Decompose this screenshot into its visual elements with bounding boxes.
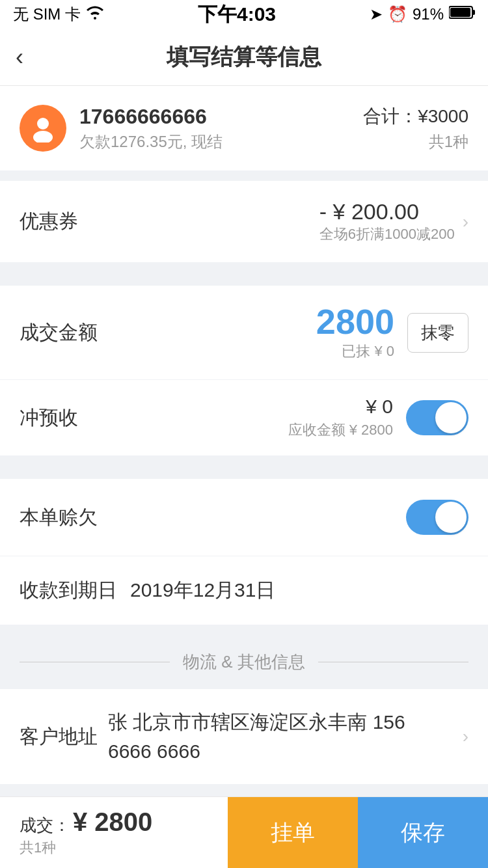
- prepaid-toggle[interactable]: [406, 400, 468, 435]
- logistics-line-left: [20, 662, 170, 662]
- debt-toggle[interactable]: [406, 500, 468, 535]
- address-chevron-icon: ›: [463, 726, 468, 747]
- amount-value-block: 2800 已抹 ¥ 0: [316, 304, 394, 361]
- nav-bar: ‹ 填写结算等信息: [0, 29, 488, 86]
- svg-rect-1: [472, 10, 475, 15]
- round-button[interactable]: 抹零: [407, 313, 468, 353]
- logistics-line-right: [318, 662, 468, 662]
- page-title: 填写结算等信息: [167, 42, 321, 72]
- battery-text: 91%: [413, 5, 444, 23]
- customer-debt: 欠款1276.35元, 现结: [79, 131, 223, 152]
- coupon-amount: - ¥ 200.00: [319, 199, 455, 224]
- wifi-icon: [86, 5, 104, 23]
- prepaid-label: 冲预收: [20, 405, 78, 431]
- address-row[interactable]: 客户地址 张 北京市市辖区海淀区永丰南 156 6666 6666 ›: [0, 689, 488, 784]
- amount-right: 2800 已抹 ¥ 0 抹零: [316, 304, 468, 361]
- svg-rect-2: [450, 8, 470, 17]
- section-divider-2: [0, 455, 488, 468]
- location-icon: ➤: [370, 5, 383, 23]
- amount-row: 成交金额 2800 已抹 ¥ 0 抹零: [0, 286, 488, 379]
- coupon-label: 优惠券: [20, 208, 78, 235]
- amount-label: 成交金额: [20, 319, 98, 346]
- status-left: 无 SIM 卡: [13, 4, 104, 25]
- avatar: [20, 105, 66, 152]
- alarm-icon: ⏰: [388, 5, 407, 23]
- prepaid-receivable: 应收金额 ¥ 2800: [288, 420, 393, 440]
- customer-right: 合计：¥3000 共1种: [363, 104, 468, 152]
- debt-label: 本单赊欠: [20, 504, 98, 531]
- due-date-label: 收款到期日: [20, 577, 117, 604]
- customer-phone: 17666666666: [79, 105, 223, 129]
- customer-card: 17666666666 欠款1276.35元, 现结 合计：¥3000 共1种: [0, 86, 488, 170]
- coupon-row[interactable]: 优惠券 - ¥ 200.00 全场6折满1000减200 ›: [0, 181, 488, 262]
- amount-erased: 已抹 ¥ 0: [316, 342, 394, 361]
- amount-value[interactable]: 2800: [316, 304, 394, 339]
- customer-info: 17666666666 欠款1276.35元, 现结: [79, 105, 223, 152]
- svg-point-3: [37, 118, 49, 129]
- bottom-summary: 成交： ¥ 2800 共1种: [0, 807, 228, 858]
- battery-icon: [449, 5, 475, 23]
- customer-left: 17666666666 欠款1276.35元, 现结: [20, 105, 223, 152]
- content-area: 17666666666 欠款1276.35元, 现结 合计：¥3000 共1种 …: [0, 86, 488, 868]
- debt-toggle-knob: [435, 502, 467, 533]
- customer-count: 共1种: [363, 131, 468, 152]
- status-bar: 无 SIM 卡 下午4:03 ➤ ⏰ 91%: [0, 0, 488, 29]
- bottom-summary-count: 共1种: [20, 838, 208, 858]
- save-button[interactable]: 保存: [358, 797, 488, 869]
- prepaid-amount: ¥ 0: [288, 396, 393, 418]
- prepaid-right: ¥ 0 应收金额 ¥ 2800: [288, 396, 468, 440]
- bottom-summary-label: 成交：: [20, 814, 70, 837]
- due-date-value: 2019年12月31日: [130, 577, 275, 604]
- toggle-knob: [435, 402, 467, 433]
- bottom-summary-amount: ¥ 2800: [73, 807, 152, 837]
- logistics-header: 物流 & 其他信息: [0, 635, 488, 689]
- hang-button[interactable]: 挂单: [228, 797, 358, 869]
- status-time: 下午4:03: [198, 1, 276, 28]
- section-divider-1: [0, 273, 488, 286]
- back-button[interactable]: ‹: [16, 44, 23, 71]
- status-right: ➤ ⏰ 91%: [370, 5, 475, 23]
- svg-point-4: [33, 131, 53, 142]
- bottom-summary-line: 成交： ¥ 2800: [20, 807, 208, 837]
- sim-text: 无 SIM 卡: [13, 4, 81, 25]
- address-label: 客户地址: [20, 724, 98, 750]
- due-date-row: 收款到期日 2019年12月31日: [0, 556, 488, 625]
- debt-row: 本单赊欠: [0, 479, 488, 556]
- chevron-right-icon: ›: [463, 211, 468, 232]
- address-value: 张 北京市市辖区海淀区永丰南 156 6666 6666: [98, 707, 463, 766]
- bottom-bar: 成交： ¥ 2800 共1种 挂单 保存: [0, 796, 488, 868]
- coupon-desc: 全场6折满1000减200: [319, 224, 455, 244]
- prepaid-value-block: ¥ 0 应收金额 ¥ 2800: [288, 396, 393, 440]
- customer-total: 合计：¥3000: [363, 104, 468, 129]
- prepaid-row: 冲预收 ¥ 0 应收金额 ¥ 2800: [0, 379, 488, 455]
- coupon-right: - ¥ 200.00 全场6折满1000减200 ›: [319, 199, 468, 244]
- logistics-title: 物流 & 其他信息: [183, 651, 305, 673]
